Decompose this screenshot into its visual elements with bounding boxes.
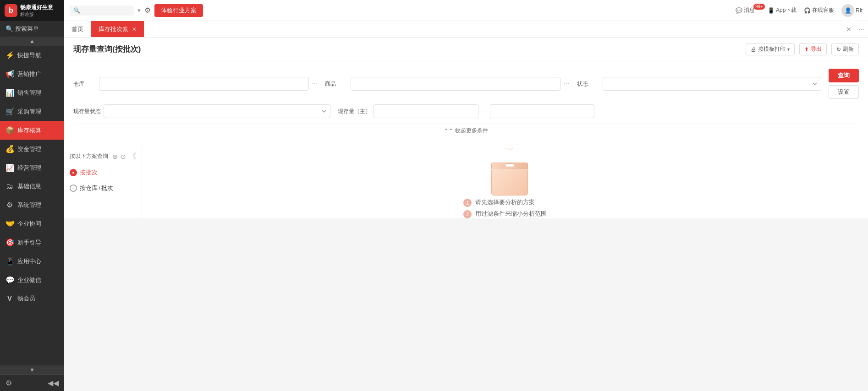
- sidebar-item-newbie[interactable]: 🎯 新手引导: [0, 233, 64, 252]
- chevron-up-icon: ⌃⌃: [444, 128, 453, 134]
- sidebar-scroll-down[interactable]: ▼: [0, 365, 64, 375]
- sales-icon: 📊: [5, 88, 14, 97]
- sidebar-header: b 畅康通好生意 标准版: [0, 0, 64, 21]
- empty-step-2: 2 用过滤条件来缩小分析范围: [463, 210, 547, 218]
- topbar-search-box[interactable]: 🔍: [70, 5, 134, 16]
- page-header-actions: 🖨 按模板打印 ▾ ⬆ 导出 ↻ 刷新: [746, 43, 859, 55]
- step-1-num: 1: [463, 199, 472, 207]
- inventory-main-max-input[interactable]: [490, 104, 595, 118]
- scheme-panel: 按以下方案查询 ⊕ ⊙ 《 ● 按批次 ○ 按仓库+批次: [64, 145, 142, 218]
- tab-batch-account[interactable]: 库存批次账 ✕: [91, 21, 144, 37]
- template-print-label: 按模板打印: [758, 45, 786, 53]
- product-label: 商品: [325, 80, 348, 88]
- status-label: 状态: [577, 80, 600, 88]
- empty-illustration: 〰: [482, 145, 528, 191]
- settings-icon[interactable]: ⚙: [5, 379, 12, 387]
- settings-btn[interactable]: 设置: [829, 85, 859, 99]
- sidebar-item-operations[interactable]: 📈 经营管理: [0, 158, 64, 177]
- sidebar-item-members[interactable]: V 畅会员: [0, 289, 64, 308]
- export-icon: ⬆: [804, 46, 809, 53]
- refresh-btn[interactable]: ↻ 刷新: [831, 43, 859, 55]
- topbar-dropdown-icon[interactable]: ▾: [137, 7, 141, 14]
- sidebar-item-enterprise[interactable]: 🤝 企业协同: [0, 214, 64, 233]
- brand-edition: 标准版: [20, 11, 53, 18]
- sidebar-scroll-up[interactable]: ▲: [0, 37, 64, 46]
- panel-more-btn[interactable]: ⋯: [855, 21, 868, 38]
- sidebar-item-sales[interactable]: 📊 销售管理: [0, 83, 64, 102]
- product-more-icon[interactable]: ···: [563, 80, 569, 88]
- sidebar-item-label: 经营管理: [17, 164, 41, 172]
- manage-scheme-icon[interactable]: ⊙: [121, 153, 126, 160]
- sidebar-item-app-center[interactable]: 📱 应用中心: [0, 252, 64, 271]
- tab-close-icon[interactable]: ✕: [132, 26, 137, 33]
- tabbar: 首页 库存批次账 ✕ ✕ ⋯: [64, 21, 868, 38]
- online-service-label: 在线客服: [812, 6, 834, 14]
- purchase-icon: 🛒: [5, 107, 14, 116]
- sidebar-item-basic[interactable]: 🗂 基础信息: [0, 177, 64, 196]
- scheme-item-by-warehouse-batch[interactable]: ○ 按仓库+批次: [64, 180, 142, 196]
- filter-inventory-main: 现存量（主） —: [338, 104, 595, 118]
- sidebar-item-corp-wechat[interactable]: 💬 企业微信: [0, 271, 64, 289]
- sidebar-item-system[interactable]: ⚙ 系统管理: [0, 196, 64, 214]
- collapse-scheme-icon[interactable]: 《: [129, 152, 136, 161]
- message-badge: 99+: [753, 4, 765, 10]
- download-icon: 📱: [768, 7, 775, 14]
- collapse-icon[interactable]: ◀◀: [48, 379, 59, 387]
- filter-warehouse: 仓库 ···: [73, 77, 318, 91]
- sidebar-item-purchase[interactable]: 🛒 采购管理: [0, 102, 64, 121]
- sidebar-footer: ⚙ ◀◀: [0, 375, 64, 391]
- filter-product: 商品 ···: [325, 77, 569, 91]
- user-avatar: 👤: [841, 4, 854, 17]
- app-download-label: App下载: [776, 6, 797, 14]
- topbar-gear-icon[interactable]: ⚙: [144, 6, 151, 15]
- close-panel-btn[interactable]: ✕: [842, 21, 855, 38]
- user-name: Rit: [856, 7, 863, 14]
- experience-btn[interactable]: 体验行业方案: [154, 4, 203, 17]
- page-title: 现存量查询(按批次): [73, 44, 141, 54]
- sidebar-nav: ⚡ 快捷导航 📢 营销推广 📊 销售管理 🛒 采购管理 📦 库存核算 💰 资金管…: [0, 46, 64, 365]
- filter-inventory-status: 现存量状态: [73, 104, 330, 118]
- product-input[interactable]: [351, 77, 560, 91]
- warehouse-input[interactable]: [99, 77, 309, 91]
- main-area: 🔍 ▾ ⚙ 体验行业方案 💬 消息 99+ 📱 App下载 🎧 在线客服 👤 R: [64, 0, 868, 391]
- sidebar-item-finance[interactable]: 💰 资金管理: [0, 140, 64, 158]
- refresh-label: 刷新: [843, 45, 854, 53]
- export-btn[interactable]: ⬆ 导出: [799, 43, 827, 55]
- topbar-right: 💬 消息 99+ 📱 App下载 🎧 在线客服 👤 Rit: [736, 4, 863, 17]
- page-content: 现存量查询(按批次) 🖨 按模板打印 ▾ ⬆ 导出 ↻ 刷新: [64, 38, 868, 391]
- sidebar-item-quick-nav[interactable]: ⚡ 快捷导航: [0, 46, 64, 65]
- basic-icon: 🗂: [5, 182, 14, 190]
- content-body: 按以下方案查询 ⊕ ⊙ 《 ● 按批次 ○ 按仓库+批次: [64, 145, 868, 218]
- filter-status: 状态: [577, 77, 821, 91]
- sidebar-item-label: 新手引导: [17, 239, 41, 247]
- message-btn[interactable]: 💬 消息 99+: [736, 6, 760, 14]
- template-print-btn[interactable]: 🖨 按模板打印 ▾: [746, 43, 795, 55]
- inventory-status-select[interactable]: [104, 104, 330, 118]
- scheme-panel-actions: ⊕ ⊙ 《: [112, 152, 136, 161]
- topbar: 🔍 ▾ ⚙ 体验行业方案 💬 消息 99+ 📱 App下载 🎧 在线客服 👤 R: [64, 0, 868, 21]
- warehouse-more-icon[interactable]: ···: [312, 80, 318, 88]
- quick-nav-icon: ⚡: [5, 51, 14, 60]
- scheme-item-by-batch-label: 按批次: [80, 168, 98, 177]
- tab-home[interactable]: 首页: [64, 21, 91, 37]
- scheme-item-by-warehouse-batch-label: 按仓库+批次: [80, 184, 113, 192]
- step-2-num: 2: [463, 210, 472, 218]
- app-download-btn[interactable]: 📱 App下载: [768, 6, 797, 14]
- user-avatar-area[interactable]: 👤 Rit: [841, 4, 863, 17]
- scheme-item-by-batch[interactable]: ● 按批次: [64, 165, 142, 180]
- sidebar-item-label: 快捷导航: [17, 51, 41, 60]
- search-menu[interactable]: 🔍 搜索菜单: [0, 21, 64, 37]
- filter-row-2: 现存量状态 现存量（主） —: [73, 104, 859, 118]
- query-btn[interactable]: 查询: [829, 69, 859, 82]
- online-service-btn[interactable]: 🎧 在线客服: [804, 6, 834, 14]
- collapse-more-btn[interactable]: ⌃⌃ 收起更多条件: [73, 124, 859, 137]
- sidebar-item-label: 系统管理: [17, 201, 41, 209]
- sidebar-item-inventory[interactable]: 📦 库存核算: [0, 121, 64, 140]
- add-scheme-icon[interactable]: ⊕: [112, 153, 118, 160]
- tab-batch-account-label: 库存批次账: [99, 25, 128, 33]
- sidebar-item-marketing[interactable]: 📢 营销推广: [0, 65, 64, 83]
- inventory-main-min-input[interactable]: [374, 104, 478, 118]
- enterprise-icon: 🤝: [5, 219, 14, 228]
- search-menu-label: 搜索菜单: [15, 25, 39, 33]
- status-select[interactable]: [603, 77, 821, 91]
